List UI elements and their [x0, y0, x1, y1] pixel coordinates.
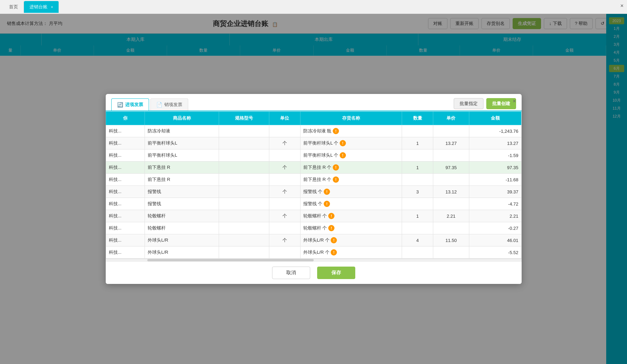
- table-cell: 2.21: [469, 210, 521, 222]
- table-cell: [219, 222, 269, 234]
- table-cell: [433, 125, 469, 137]
- inventory-name: 外球头L/R 个: [303, 250, 330, 255]
- warning-icon: !: [331, 237, 337, 243]
- table-cell: 46.01: [469, 234, 521, 246]
- table-row[interactable]: 科技...前平衡杆球头L个前平衡杆球头L 个 !113.2713.27: [106, 137, 521, 149]
- warning-icon: !: [333, 164, 339, 171]
- table-cell: [402, 246, 433, 259]
- table-cell: [402, 149, 433, 162]
- table-cell: 科技...: [106, 210, 145, 222]
- warning-icon: !: [340, 152, 346, 158]
- table-cell: [219, 234, 269, 246]
- batch-assign-button[interactable]: 批量指定: [454, 98, 484, 109]
- save-button[interactable]: 保存: [317, 267, 355, 279]
- batch-create-button[interactable]: 批量创建: [486, 98, 516, 109]
- table-cell: 外球头L/R 个 !: [300, 234, 402, 246]
- table-cell: 13.27: [433, 137, 469, 149]
- modal-dialog: 🔄 进项发票 📄 销项发票 批量指定 批量创建 ×: [106, 94, 522, 284]
- warning-icon: !: [333, 176, 339, 183]
- modal-tabs: 🔄 进项发票 📄 销项发票 批量指定 批量创建 ×: [106, 94, 522, 111]
- warning-icon: !: [340, 140, 346, 146]
- th-col5: 存货名称: [300, 112, 402, 125]
- table-cell: 前下悬挂 R 个 !: [300, 174, 402, 186]
- inventory-name: 前下悬挂 R 个: [303, 165, 332, 170]
- table-cell: 个: [269, 210, 300, 222]
- table-cell: [269, 222, 300, 234]
- modal-table: 你 商品名称 规格型号 单位 存货名称 数量 单价 金额 科技...防冻冷却液防…: [106, 111, 522, 259]
- table-cell: 科技...: [106, 222, 145, 234]
- table-cell: 科技...: [106, 162, 145, 174]
- table-cell: [433, 198, 469, 210]
- table-cell: [402, 174, 433, 186]
- table-cell: [433, 174, 469, 186]
- table-row[interactable]: 科技...前平衡杆球头L前平衡杆球头L 个 !-1.59: [106, 149, 521, 162]
- table-cell: [433, 149, 469, 162]
- table-row[interactable]: 科技...前下悬挂 R前下悬挂 R 个 !-11.68: [106, 174, 521, 186]
- table-cell: [219, 246, 269, 259]
- table-cell: 97.35: [469, 162, 521, 174]
- table-cell: 前下悬挂 R: [145, 162, 219, 174]
- th-col4: 单位: [269, 112, 300, 125]
- window-close-button[interactable]: ×: [620, 3, 624, 9]
- warning-icon: !: [331, 249, 337, 255]
- table-cell: [219, 149, 269, 162]
- table-cell: [433, 222, 469, 234]
- table-cell: 科技...: [106, 125, 145, 137]
- tab-incoming-invoice[interactable]: 🔄 进项发票: [111, 98, 149, 111]
- tab-close-icon[interactable]: ×: [51, 5, 53, 9]
- table-cell: 1: [402, 137, 433, 149]
- table-cell: 39.37: [469, 186, 521, 198]
- tab-outgoing-invoice[interactable]: 📄 销项发票: [150, 98, 188, 111]
- th-col6: 数量: [402, 112, 433, 125]
- table-row[interactable]: 科技...轮毂螺杆轮毂螺杆 个 !-0.27: [106, 222, 521, 234]
- table-cell: [402, 198, 433, 210]
- table-row[interactable]: 科技...外球头L/R外球头L/R 个 !-5.52: [106, 246, 521, 259]
- table-row[interactable]: 科技...报警线报警线 个 !-4.72: [106, 198, 521, 210]
- table-cell: 个: [269, 137, 300, 149]
- table-cell: 3: [402, 186, 433, 198]
- modal-horizontal-scrollbar[interactable]: [106, 259, 522, 261]
- table-cell: 科技...: [106, 149, 145, 162]
- table-row[interactable]: 科技...防冻冷却液防冻冷却液 瓶 !-1,243.76: [106, 125, 521, 137]
- table-row[interactable]: 科技...报警线个报警线 个 !313.1239.37: [106, 186, 521, 198]
- table-row[interactable]: 科技...前下悬挂 R个前下悬挂 R 个 !197.3597.35: [106, 162, 521, 174]
- outgoing-invoice-icon: 📄: [156, 102, 162, 107]
- table-cell: 防冻冷却液 瓶 !: [300, 125, 402, 137]
- table-cell: 科技...: [106, 234, 145, 246]
- table-cell: 个: [269, 162, 300, 174]
- table-cell: 轮毂螺杆 个 !: [300, 210, 402, 222]
- table-cell: 报警线: [145, 198, 219, 210]
- table-cell: 前平衡杆球头L: [145, 149, 219, 162]
- table-cell: 科技...: [106, 198, 145, 210]
- th-col1: 你: [106, 112, 145, 125]
- table-cell: 科技...: [106, 137, 145, 149]
- tab-home[interactable]: 首页: [3, 1, 24, 13]
- table-cell: 2.21: [433, 210, 469, 222]
- table-cell: [402, 125, 433, 137]
- table-cell: 轮毂螺杆: [145, 222, 219, 234]
- table-cell: [219, 210, 269, 222]
- modal-close-button[interactable]: ×: [513, 98, 516, 104]
- table-cell: 外球头L/R 个 !: [300, 246, 402, 259]
- table-cell: [269, 246, 300, 259]
- table-row[interactable]: 科技...轮毂螺杆个轮毂螺杆 个 !12.212.21: [106, 210, 521, 222]
- table-cell: [269, 125, 300, 137]
- table-cell: [269, 174, 300, 186]
- modal-overlay: 🔄 进项发票 📄 销项发票 批量指定 批量创建 ×: [0, 14, 627, 364]
- modal-actions: 批量指定 批量创建: [454, 98, 516, 111]
- table-cell: -1,243.76: [469, 125, 521, 137]
- table-cell: 前平衡杆球头L 个 !: [300, 137, 402, 149]
- tab-ledger[interactable]: 进销台账 ×: [24, 1, 59, 13]
- scrollbar-thumb[interactable]: [147, 259, 314, 261]
- table-cell: 轮毂螺杆: [145, 210, 219, 222]
- table-cell: 前下悬挂 R: [145, 174, 219, 186]
- inventory-name: 报警线 个: [303, 189, 323, 194]
- table-row[interactable]: 科技...外球头L/R个外球头L/R 个 !411.5046.01: [106, 234, 521, 246]
- table-cell: 4: [402, 234, 433, 246]
- modal-table-wrapper[interactable]: 你 商品名称 规格型号 单位 存货名称 数量 单价 金额 科技...防冻冷却液防…: [106, 111, 522, 259]
- cancel-button[interactable]: 取消: [272, 267, 310, 279]
- th-col8: 金额: [469, 112, 521, 125]
- table-cell: 报警线: [145, 186, 219, 198]
- inventory-name: 前平衡杆球头L 个: [303, 140, 338, 146]
- table-cell: 个: [269, 186, 300, 198]
